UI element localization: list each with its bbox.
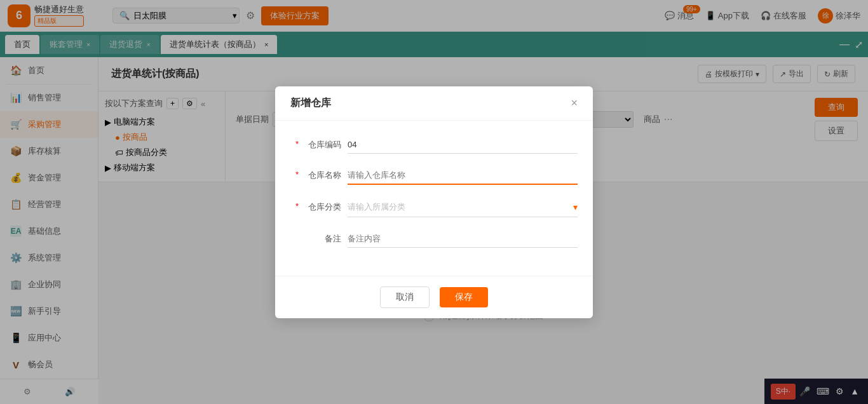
modal-overlay: 新增仓库 × 仓库编码 仓库名称 仓库分类 请输入所属分类 ▾: [0, 0, 868, 404]
modal-footer: 取消 保存: [275, 276, 593, 318]
remark-input[interactable]: [348, 230, 578, 248]
form-row-remark: 备注: [290, 230, 578, 248]
remark-label: 备注: [290, 233, 348, 245]
category-select[interactable]: 请输入所属分类 ▾: [348, 198, 578, 217]
form-row-code: 仓库编码: [290, 136, 578, 154]
category-label: 仓库分类: [290, 201, 348, 213]
code-label: 仓库编码: [290, 139, 348, 151]
modal-title: 新增仓库: [290, 97, 331, 110]
modal-body: 仓库编码 仓库名称 仓库分类 请输入所属分类 ▾ 备注: [275, 121, 593, 276]
name-input[interactable]: [348, 166, 578, 185]
save-btn[interactable]: 保存: [440, 287, 488, 307]
category-dropdown-icon: ▾: [573, 202, 578, 212]
modal-new-warehouse: 新增仓库 × 仓库编码 仓库名称 仓库分类 请输入所属分类 ▾: [275, 86, 593, 318]
form-row-category: 仓库分类 请输入所属分类 ▾: [290, 198, 578, 217]
cancel-btn[interactable]: 取消: [380, 286, 430, 308]
form-row-name: 仓库名称: [290, 166, 578, 185]
category-placeholder: 请输入所属分类: [348, 201, 405, 213]
modal-header: 新增仓库 ×: [275, 86, 593, 121]
name-label: 仓库名称: [290, 170, 348, 181]
modal-close-btn[interactable]: ×: [571, 97, 578, 110]
code-input[interactable]: [348, 136, 578, 154]
